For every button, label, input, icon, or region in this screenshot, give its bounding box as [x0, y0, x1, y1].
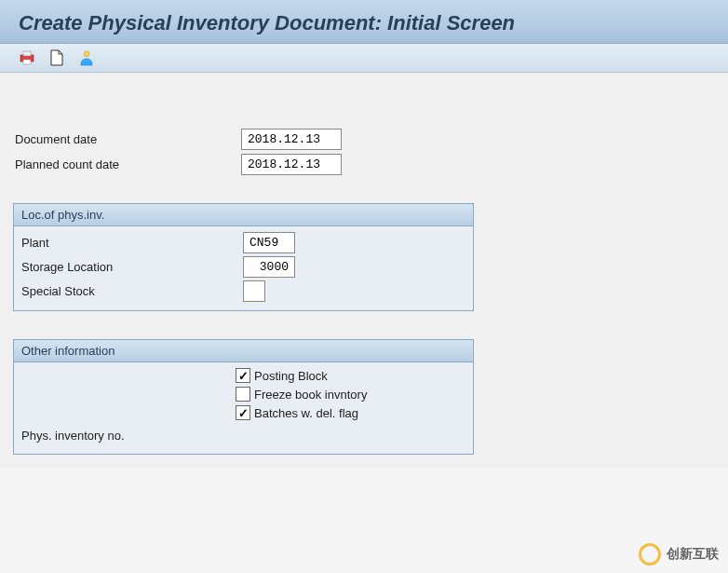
other-info-groupbox-body: ✓ Posting Block Freeze book invntory ✓ B…: [14, 362, 473, 454]
special-stock-input[interactable]: [243, 280, 265, 302]
phys-inv-no-row: Phys. inventory no.: [20, 426, 467, 445]
storage-location-label: Storage Location: [20, 257, 243, 277]
posting-block-row: ✓ Posting Block: [20, 368, 467, 383]
watermark-logo-icon: [639, 543, 661, 566]
storage-location-row: Storage Location: [20, 256, 467, 278]
svg-rect-2: [23, 60, 31, 64]
posting-block-label: Posting Block: [254, 369, 328, 383]
phys-inv-no-label: Phys. inventory no.: [20, 426, 243, 445]
storage-location-input[interactable]: [243, 256, 295, 278]
svg-point-3: [84, 51, 89, 57]
posting-block-checkbox[interactable]: ✓: [236, 368, 250, 383]
content-area: Document date Planned count date Loc.of …: [0, 73, 728, 468]
location-groupbox-body: Plant Storage Location Special Stock: [14, 226, 473, 310]
watermark-text: 创新互联: [667, 546, 719, 563]
print-icon[interactable]: [19, 49, 35, 66]
batches-del-row: ✓ Batches w. del. flag: [20, 405, 467, 420]
svg-rect-1: [23, 51, 31, 56]
planned-count-date-label: Planned count date: [13, 155, 241, 174]
person-icon[interactable]: [78, 49, 95, 66]
batches-del-checkbox[interactable]: ✓: [236, 405, 250, 420]
plant-label: Plant: [20, 233, 243, 252]
other-info-groupbox: Other information ✓ Posting Block Freeze…: [13, 339, 474, 455]
plant-input[interactable]: [243, 232, 295, 253]
freeze-book-row: Freeze book invntory: [20, 387, 467, 402]
title-bar: Create Physical Inventory Document: Init…: [0, 0, 728, 44]
document-date-input[interactable]: [241, 129, 342, 150]
new-document-icon[interactable]: [48, 49, 65, 66]
freeze-book-label: Freeze book invntory: [254, 388, 367, 402]
page-title: Create Physical Inventory Document: Init…: [19, 11, 709, 35]
plant-row: Plant: [20, 232, 467, 253]
location-groupbox: Loc.of phys.inv. Plant Storage Location …: [13, 203, 474, 311]
special-stock-label: Special Stock: [20, 281, 243, 301]
batches-del-label: Batches w. del. flag: [254, 406, 358, 420]
planned-count-date-row: Planned count date: [13, 154, 715, 175]
other-info-groupbox-header: Other information: [14, 340, 473, 362]
location-groupbox-header: Loc.of phys.inv.: [14, 204, 473, 226]
planned-count-date-input[interactable]: [241, 154, 342, 175]
document-date-label: Document date: [13, 130, 241, 149]
special-stock-row: Special Stock: [20, 280, 467, 302]
document-date-row: Document date: [13, 129, 715, 150]
watermark: 创新互联: [639, 543, 719, 566]
freeze-book-checkbox[interactable]: [236, 387, 250, 402]
toolbar: [0, 44, 728, 73]
